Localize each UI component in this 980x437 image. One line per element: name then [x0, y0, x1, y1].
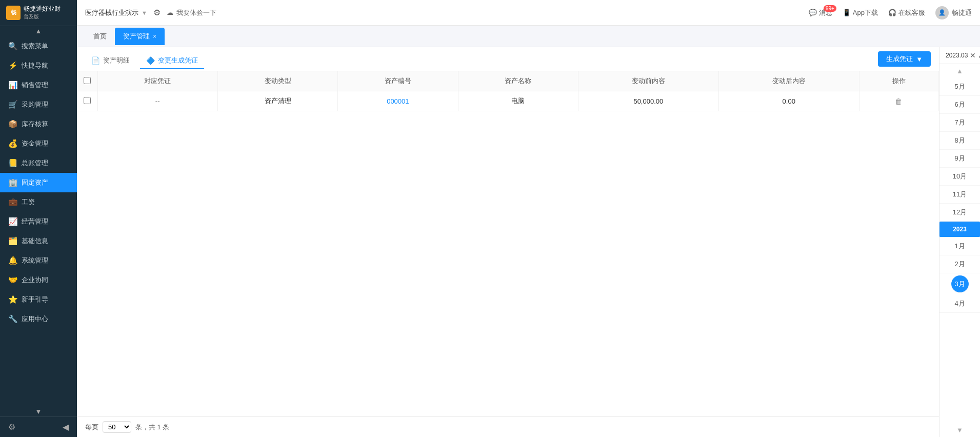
user-area[interactable]: 👤 畅捷通: [935, 6, 972, 19]
generate-voucher-button[interactable]: 生成凭证 ▼: [878, 51, 931, 67]
avatar: 👤: [935, 6, 949, 19]
month-item-5[interactable]: 5月: [939, 78, 980, 96]
row-checkbox-cell: [77, 91, 97, 111]
month-item-8[interactable]: 8月: [939, 132, 980, 150]
per-page-label: 每页: [85, 423, 98, 432]
sidebar-item-payroll[interactable]: 💼 工资: [0, 192, 77, 212]
month-item-11[interactable]: 11月: [939, 186, 980, 204]
sidebar-item-fixed-assets[interactable]: 🏢 固定资产: [0, 173, 77, 192]
customer-service-button[interactable]: 🎧 在线客服: [888, 8, 925, 17]
guide-icon: ⭐: [8, 295, 17, 304]
total-label: 条，共 1 条: [135, 423, 169, 432]
sidebar-item-app-center[interactable]: 🔧 应用中心: [0, 309, 77, 329]
month-item-9[interactable]: 9月: [939, 150, 980, 168]
month-item-2[interactable]: 2月: [939, 255, 980, 273]
row-checkbox[interactable]: [84, 97, 91, 104]
tab-asset-management[interactable]: 资产管理 ×: [115, 28, 165, 45]
sidebar-logo: 畅 畅捷通好业财 普及版: [0, 0, 77, 26]
sidebar-item-label: 快捷导航: [22, 61, 48, 70]
sidebar-item-label: 资金管理: [22, 139, 48, 148]
app-download-button[interactable]: 📱 App下载: [843, 8, 878, 17]
sidebar-item-operations[interactable]: 📈 经营管理: [0, 212, 77, 231]
sidebar-item-label: 应用中心: [22, 314, 48, 324]
sidebar-scroll-down[interactable]: ▼: [0, 406, 77, 416]
year-2023-label: 2023: [939, 222, 980, 237]
sub-tab-asset-detail[interactable]: 📄 资产明细: [85, 53, 136, 69]
sidebar-item-purchase[interactable]: 🛒 采购管理: [0, 95, 77, 114]
app-download-icon: 📱: [843, 9, 851, 16]
right-panel: 2023.03 ✕ ⤢ ▲ 5月 6月 7月 8月 9月 10月 11月 12月…: [939, 47, 980, 437]
sidebar-item-label: 固定资产: [22, 178, 48, 187]
sidebar-item-inventory[interactable]: 📦 库存核算: [0, 114, 77, 134]
panel-expand-icon[interactable]: ⤢: [978, 51, 980, 59]
inventory-icon: 📦: [8, 120, 17, 129]
ledger-icon: 📒: [8, 158, 17, 168]
sidebar-scroll-up[interactable]: ▲: [0, 26, 77, 36]
scroll-down-arrow[interactable]: ▼: [939, 423, 980, 437]
col-asset-code: 资产编号: [338, 71, 458, 91]
panel-header: 2023.03 ✕ ⤢: [939, 47, 980, 64]
generate-voucher-label: 生成凭证: [886, 54, 913, 64]
messages-button[interactable]: 💬 消息 99+: [809, 8, 832, 17]
sidebar-item-label: 库存核算: [22, 120, 48, 129]
col-voucher: 对应凭证: [97, 71, 217, 91]
row-asset-code: 000001: [338, 91, 458, 111]
basic-info-icon: 🗂️: [8, 236, 17, 246]
row-asset-name: 电脑: [458, 91, 578, 111]
payroll-icon: 💼: [8, 197, 17, 207]
sidebar-item-quick-nav[interactable]: ⚡ 快捷导航: [0, 56, 77, 75]
settings-icon[interactable]: ⚙: [8, 422, 15, 432]
tab-home[interactable]: 首页: [85, 28, 115, 45]
sidebar-item-enterprise[interactable]: 🤝 企业协同: [0, 270, 77, 290]
per-page-select[interactable]: 50 10 20 100: [103, 421, 131, 433]
content-area: 📄 资产明细 🔷 变更生成凭证 生成凭证 ▼: [77, 47, 980, 437]
logo-edition: 普及版: [24, 13, 61, 21]
tab-close-icon[interactable]: ×: [153, 33, 156, 40]
delete-icon[interactable]: 🗑: [895, 97, 903, 106]
sidebar-item-sales[interactable]: 📊 销售管理: [0, 75, 77, 95]
sidebar-item-search[interactable]: 🔍 搜索菜单: [0, 36, 77, 56]
sub-tab-asset-detail-label: 资产明细: [103, 56, 130, 65]
sidebar-item-guide[interactable]: ⭐ 新手引导: [0, 290, 77, 309]
table-row: -- 资产清理 000001 电脑 50,000.00 0.00 🗑: [77, 91, 939, 111]
month-item-7[interactable]: 7月: [939, 114, 980, 132]
sidebar-item-ledger[interactable]: 📒 总账管理: [0, 153, 77, 173]
purchase-icon: 🛒: [8, 100, 17, 109]
tab-bar: 首页 资产管理 ×: [77, 26, 980, 47]
company-selector[interactable]: 医疗器械行业演示 ▼: [85, 8, 147, 17]
logo-title: 畅捷通好业财: [24, 5, 61, 13]
row-change-type: 资产清理: [217, 91, 337, 111]
sidebar-item-label: 系统管理: [22, 256, 48, 265]
funds-icon: 💰: [8, 139, 17, 148]
enterprise-icon: 🤝: [8, 275, 17, 285]
logo-icon: 畅: [6, 6, 21, 20]
month-item-3-current[interactable]: 3月: [951, 275, 969, 293]
chevron-down-icon: ▼: [142, 10, 147, 16]
month-list: 5月 6月 7月 8月 9月 10月 11月 12月 2023 1月 2月 3月…: [939, 78, 980, 423]
sidebar-item-basic-info[interactable]: 🗂️ 基础信息: [0, 231, 77, 251]
data-table: 对应凭证 变动类型 资产编号 资产名称 变动前内容 变动后内容 操作: [77, 71, 939, 111]
sidebar-item-funds[interactable]: 💰 资金管理: [0, 134, 77, 153]
sidebar-item-label: 基础信息: [22, 236, 48, 246]
asset-detail-icon: 📄: [91, 56, 100, 65]
sub-tab-change-voucher[interactable]: 🔷 变更生成凭证: [140, 53, 204, 69]
company-name: 医疗器械行业演示: [85, 8, 138, 17]
sidebar-item-system[interactable]: 🔔 系统管理: [0, 251, 77, 270]
scroll-up-arrow[interactable]: ▲: [939, 64, 980, 78]
month-item-6[interactable]: 6月: [939, 96, 980, 114]
select-all-checkbox[interactable]: [84, 77, 91, 84]
header-settings-icon[interactable]: ⚙: [153, 8, 161, 17]
col-operation: 操作: [859, 71, 938, 91]
month-item-12[interactable]: 12月: [939, 204, 980, 222]
month-item-10[interactable]: 10月: [939, 168, 980, 186]
experience-label: 我要体验一下: [176, 8, 216, 17]
sidebar-item-label: 新手引导: [22, 295, 48, 304]
collapse-icon[interactable]: ◀: [63, 422, 69, 432]
sidebar-item-label: 采购管理: [22, 100, 48, 109]
col-checkbox: [77, 71, 97, 91]
month-item-4[interactable]: 4月: [939, 295, 980, 313]
experience-button[interactable]: ☁ 我要体验一下: [167, 8, 216, 17]
month-item-1[interactable]: 1月: [939, 237, 980, 255]
row-before-change: 50,000.00: [578, 91, 718, 111]
panel-close-icon[interactable]: ✕: [970, 51, 976, 59]
